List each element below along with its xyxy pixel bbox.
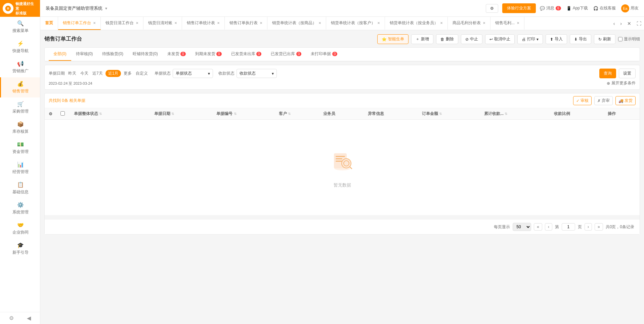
sidebar-item-search[interactable]: 🔍 搜索菜单	[0, 17, 40, 37]
sort-overall-icon[interactable]: ⇅	[99, 112, 102, 116]
tab-sales-exec[interactable]: 销售订单执行表 ✕	[225, 17, 267, 30]
page-size-select[interactable]: 50 100 200	[513, 223, 531, 231]
sidebar-item-sales[interactable]: 💰 销售管理	[0, 77, 40, 97]
date-today[interactable]: 今天	[79, 70, 90, 77]
sort-customer-icon[interactable]: ⇅	[288, 112, 291, 116]
app-download-btn[interactable]: 📱 App下载	[566, 5, 588, 11]
sort-date-icon[interactable]: ⇅	[171, 112, 174, 116]
tab-expand-btn[interactable]: ⛶	[634, 19, 644, 28]
tab-customer-stats[interactable]: 销货单统计表（按客户） ✕	[326, 17, 385, 30]
refresh-btn[interactable]: ↻ 刷新	[594, 34, 615, 44]
col-settings[interactable]: ⚙	[45, 108, 56, 120]
unreviewed-btn[interactable]: ✗ 弃审	[594, 96, 613, 105]
select-all-checkbox[interactable]	[60, 111, 65, 116]
sub-tab-pending-review[interactable]: 待审核(0)	[71, 48, 98, 61]
date-custom[interactable]: 自定义	[134, 70, 149, 77]
online-service-btn[interactable]: 🎧 在线客服	[593, 5, 616, 11]
print-btn[interactable]: 🖨 打印 ▾	[517, 34, 543, 44]
filter-settings-btn[interactable]: 设置	[619, 69, 636, 78]
horizontal-scrollbar[interactable]	[45, 215, 640, 219]
status-select[interactable]: 单据状态 ▾	[173, 69, 213, 78]
tab-sales-margin[interactable]: 销售毛利... ✕	[490, 17, 524, 30]
sub-tab-unshipped[interactable]: 未发货 0	[163, 48, 190, 61]
user-area[interactable]: Ea 用友	[621, 4, 639, 12]
date-7days[interactable]: 近7天	[91, 70, 104, 77]
first-page-btn[interactable]: «	[534, 223, 542, 231]
sidebar-item-purchase[interactable]: 🛒 采购管理	[0, 97, 40, 118]
sort-accumulated-icon[interactable]: ⇅	[505, 112, 507, 116]
sidebar-item-marketing[interactable]: 📢 营销推广	[0, 57, 40, 77]
date-more[interactable]: 更多	[122, 70, 133, 77]
tab-close-margin[interactable]: ✕	[483, 21, 485, 25]
tab-close-cash-daily[interactable]: ✕	[136, 21, 138, 25]
sort-amount-icon[interactable]: ⇅	[439, 112, 442, 116]
next-page-btn[interactable]: ›	[585, 223, 592, 231]
review-btn[interactable]: ✓ 审核	[573, 96, 592, 105]
sidebar-settings-btn[interactable]: ⚙	[9, 315, 14, 321]
tab-close-sales-exec[interactable]: ✕	[260, 21, 262, 25]
import-btn[interactable]: ⬆ 导入	[546, 34, 567, 44]
review-label: 审核	[581, 98, 589, 104]
tab-scroll-left-btn[interactable]: ‹	[611, 19, 618, 28]
tab-close-sales[interactable]: ✕	[93, 21, 96, 25]
tab-home[interactable]: 首页	[40, 17, 58, 30]
sidebar-item-base[interactable]: 📋 基础信息	[0, 178, 40, 198]
sidebar-item-inventory[interactable]: 📦 库存核算	[0, 118, 40, 138]
sub-tab-all[interactable]: 全部(0)	[49, 48, 71, 61]
sidebar-item-management[interactable]: 📊 经营管理	[0, 158, 40, 178]
tab-margin-analysis[interactable]: 商品毛利分析表 ✕	[448, 17, 490, 30]
tab-close-cash-reconcile[interactable]: ✕	[174, 21, 177, 25]
sidebar-item-guide[interactable]: 🎓 新手引导	[0, 239, 40, 259]
tab-close-sales-margin[interactable]: ✕	[517, 21, 519, 25]
page-number-input[interactable]	[562, 223, 575, 231]
prev-page-btn[interactable]: ‹	[545, 223, 552, 231]
last-page-btn[interactable]: »	[595, 223, 603, 231]
tab-cash-daily[interactable]: 钱货日清工作台 ✕	[101, 17, 143, 30]
show-detail-checkbox[interactable]	[618, 37, 622, 41]
tab-close-salesman-stats[interactable]: ✕	[440, 21, 443, 25]
date-1month[interactable]: 近1月	[105, 70, 121, 77]
export-btn[interactable]: ⬇ 导出	[570, 34, 591, 44]
review-icon: ✓	[576, 98, 579, 103]
search-btn[interactable]: 查询	[599, 69, 616, 78]
expand-label: 展开更多条件	[611, 80, 636, 86]
tab-sales-workbench[interactable]: 销售订单工作台 ✕	[58, 17, 101, 30]
tab-scroll-right-btn[interactable]: ›	[617, 19, 625, 28]
tab-close-goods-stats[interactable]: ✕	[318, 21, 321, 25]
sidebar-item-system[interactable]: ⚙️ 系统管理	[0, 198, 40, 218]
messages-btn[interactable]: 💬 消息 6	[540, 5, 561, 11]
tab-cash-reconcile[interactable]: 钱货日清对账 ✕	[143, 17, 182, 30]
industry-solution-btn[interactable]: 体验行业方案	[502, 3, 536, 13]
col-checkbox[interactable]	[56, 108, 70, 120]
cancel-stop-btn[interactable]: ↩ 取消中止	[485, 34, 515, 44]
tab-close-customer-stats[interactable]: ✕	[377, 21, 380, 25]
settings-gear-btn[interactable]: ⚙	[486, 4, 498, 13]
stop-btn[interactable]: ⊘ 中止	[461, 34, 482, 44]
sort-number-icon[interactable]: ⇅	[234, 112, 237, 116]
tab-salesman-stats[interactable]: 销货单统计表（按业务员） ✕	[385, 17, 448, 30]
tab-goods-stats[interactable]: 销货单统计表（按商品） ✕	[267, 17, 326, 30]
sub-tab-pending-inspect[interactable]: 待拣验货(0)	[97, 48, 128, 61]
date-yesterday[interactable]: 昨天	[67, 70, 78, 77]
sidebar-item-finance[interactable]: 💵 资金管理	[0, 138, 40, 158]
ship-btn[interactable]: 🚚 发货	[615, 96, 636, 105]
expand-btn[interactable]: ⊕ 展开更多条件	[607, 80, 636, 86]
ai-create-btn[interactable]: ⭐ 智能生单	[377, 34, 409, 44]
customer-stats-label: 销货单统计表（按客户）	[331, 20, 375, 26]
sidebar-collapse-btn[interactable]: ◀	[27, 315, 31, 321]
sub-tab-overdue[interactable]: 到期未发货 0	[190, 48, 226, 61]
tab-close-sales-stats[interactable]: ✕	[217, 21, 220, 25]
sidebar-item-collab[interactable]: 🤝 企业协同	[0, 218, 40, 239]
sub-tab-shipped-out[interactable]: 已发货已出库 0	[266, 48, 306, 61]
add-btn[interactable]: ＋ 新增	[411, 34, 433, 44]
finance-nav-icon: 💵	[17, 141, 24, 148]
delete-btn[interactable]: 🗑 删除	[436, 34, 458, 44]
sidebar-item-quick[interactable]: ⚡ 快捷导航	[0, 37, 40, 57]
sub-tab-wangpu[interactable]: 旺铺待发货(0)	[128, 48, 163, 61]
sub-tab-shipped-not-out[interactable]: 已发货未出库 0	[226, 48, 266, 61]
message-badge: 6	[556, 6, 561, 10]
tab-close-all-btn[interactable]: ✕	[625, 19, 634, 28]
sub-tab-unprinted[interactable]: 未打印单据 0	[306, 48, 342, 61]
tab-sales-stats[interactable]: 销售订单统计表 ✕	[182, 17, 225, 30]
payment-select[interactable]: 收款状态 ▾	[237, 69, 277, 78]
